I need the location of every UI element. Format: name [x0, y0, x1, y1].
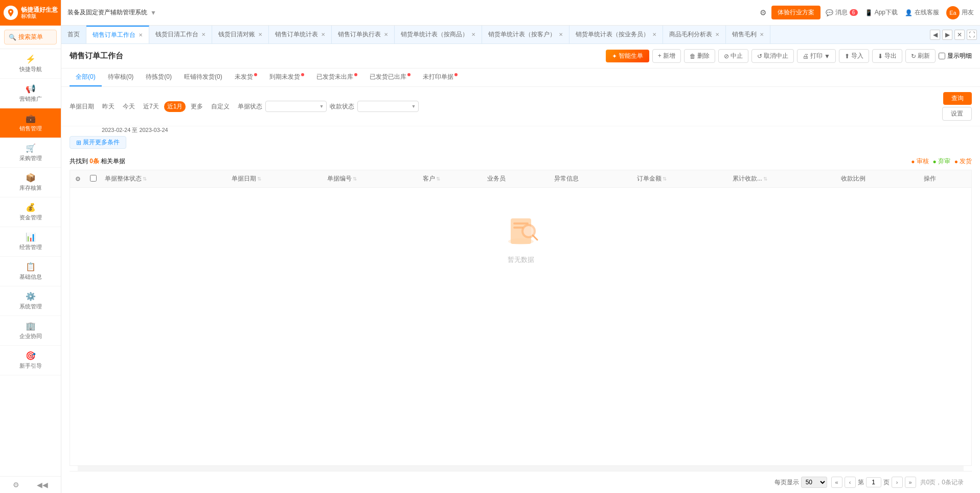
- tab-ship-stats-customer[interactable]: 销货单统计表（按客户） ✕: [482, 26, 569, 44]
- purchase-icon: 🛒: [26, 143, 36, 153]
- sidebar-item-inventory[interactable]: 📦 库存核算: [0, 168, 61, 197]
- tab-close-icon[interactable]: ✕: [760, 32, 764, 37]
- tab-close-icon[interactable]: ✕: [715, 32, 719, 37]
- horizontal-scrollbar[interactable]: [78, 466, 964, 471]
- sidebar-item-system[interactable]: ⚙️ 系统管理: [0, 286, 61, 316]
- date-btn-custom[interactable]: 自定义: [208, 101, 233, 112]
- tab-close-icon[interactable]: ✕: [384, 32, 388, 37]
- tab-sales-workbench[interactable]: 销售订单工作台 ✕: [86, 26, 149, 44]
- subtab-shipped-outbound[interactable]: 已发货已出库: [363, 69, 417, 86]
- new-button[interactable]: + 新增: [652, 49, 681, 63]
- tab-ship-stats-goods[interactable]: 销货单统计表（按商品） ✕: [395, 26, 482, 44]
- show-detail-checkbox[interactable]: [939, 53, 945, 59]
- tab-sales-margin[interactable]: 销售毛利 ✕: [726, 26, 770, 44]
- col-checkbox[interactable]: [85, 170, 101, 188]
- next-page-button[interactable]: ›: [892, 477, 903, 488]
- cancel-audit-action-button[interactable]: ● 弃审: [933, 157, 950, 166]
- tab-scroll-right-icon[interactable]: ▶: [942, 30, 952, 40]
- date-btn-today[interactable]: 今天: [120, 101, 138, 112]
- tab-cash-reconcile[interactable]: 钱货日清对账 ✕: [212, 26, 269, 44]
- sidebar-item-purchase[interactable]: 🛒 采购管理: [0, 138, 61, 168]
- sidebar-item-finance[interactable]: 💰 资金管理: [0, 197, 61, 227]
- subtab-unshipped[interactable]: 未发货: [229, 69, 263, 86]
- subtab-all[interactable]: 全部(0): [70, 69, 102, 86]
- sidebar-item-sales[interactable]: 💼 销售管理: [0, 108, 61, 138]
- svg-rect-3: [513, 227, 523, 229]
- date-btn-more[interactable]: 更多: [188, 101, 206, 112]
- expand-conditions-button[interactable]: ⊞ 展开更多条件: [70, 136, 126, 149]
- tab-scroll-left-icon[interactable]: ◀: [930, 30, 940, 40]
- export-button[interactable]: ⬇ 导出: [872, 49, 902, 63]
- payment-select[interactable]: [357, 101, 419, 112]
- tab-close-all-icon[interactable]: ✕: [954, 30, 965, 40]
- cancel-stop-button[interactable]: ↺ 取消中止: [751, 49, 794, 63]
- prev-page-button[interactable]: ‹: [845, 477, 856, 488]
- subtab-pending-pick[interactable]: 待拣货(0): [140, 69, 178, 86]
- select-all-checkbox[interactable]: [90, 175, 97, 182]
- sidebar-item-enterprise[interactable]: 🏢 企业协同: [0, 316, 61, 346]
- search-menu-button[interactable]: 🔍 搜索菜单: [4, 30, 57, 44]
- import-button[interactable]: ⬆ 导入: [839, 49, 869, 63]
- date-btn-7days[interactable]: 近7天: [140, 101, 162, 112]
- tab-fullscreen-icon[interactable]: ⛶: [967, 30, 977, 40]
- page-number-input[interactable]: [866, 477, 881, 487]
- print-dropdown-arrow: ▼: [824, 53, 830, 60]
- refresh-icon: ↻: [911, 53, 916, 60]
- tab-close-icon[interactable]: ✕: [559, 32, 563, 37]
- subtab-pending-review[interactable]: 待审核(0): [102, 69, 140, 86]
- first-page-button[interactable]: «: [831, 477, 842, 488]
- subtab-shop-pending-ship[interactable]: 旺铺待发货(0): [178, 69, 229, 86]
- tab-ship-stats-salesperson[interactable]: 销货单统计表（按业务员） ✕: [569, 26, 663, 44]
- date-btn-yesterday[interactable]: 昨天: [99, 101, 118, 112]
- data-table: ⚙ 单据整体状态⇅ 单据日期⇅ 单据编号⇅ 客户⇅ 业务员 异常信息 订单金额⇅…: [70, 170, 971, 188]
- tab-margin-analysis[interactable]: 商品毛利分析表 ✕: [663, 26, 726, 44]
- ai-generate-button[interactable]: ✦ 智能生单: [606, 50, 649, 62]
- message-button[interactable]: 💬 消息 6: [826, 8, 858, 17]
- marketing-icon: 📢: [26, 84, 36, 94]
- red-dot: [407, 73, 411, 76]
- tab-cash-daily[interactable]: 钱货日清工作台 ✕: [149, 26, 212, 44]
- status-select[interactable]: [265, 101, 327, 112]
- tab-close-icon[interactable]: ✕: [139, 32, 143, 38]
- print-button[interactable]: 🖨 打印 ▼: [797, 49, 836, 63]
- service-button[interactable]: 👤 在线客服: [905, 8, 939, 17]
- tab-close-icon[interactable]: ✕: [652, 32, 656, 37]
- page-size-select[interactable]: 20 50 100: [801, 477, 827, 488]
- col-settings[interactable]: ⚙: [70, 170, 85, 188]
- table-count: 共找到 0条 相关单据: [70, 157, 125, 166]
- tab-close-icon[interactable]: ✕: [471, 32, 475, 37]
- sidebar-item-quick-nav[interactable]: ⚡ 快捷导航: [0, 49, 61, 79]
- tab-home[interactable]: 首页: [61, 26, 86, 44]
- show-detail-checkbox-label[interactable]: 显示明细: [939, 52, 972, 60]
- subtab-overdue-unshipped[interactable]: 到期未发货: [263, 69, 310, 86]
- ship-action-button[interactable]: ● 发货: [954, 157, 972, 166]
- user-menu[interactable]: Ea 用友: [946, 6, 974, 19]
- finance-icon: 💰: [26, 203, 36, 212]
- last-page-button[interactable]: »: [905, 477, 916, 488]
- sidebar-item-marketing[interactable]: 📢 营销推广: [0, 79, 61, 108]
- collapse-icon[interactable]: ◀◀: [37, 481, 48, 489]
- tab-sales-stats[interactable]: 销售订单统计表 ✕: [269, 26, 332, 44]
- stop-button[interactable]: ⊘ 中止: [718, 49, 748, 63]
- topbar-settings-icon[interactable]: ⚙: [760, 8, 766, 17]
- tab-close-icon[interactable]: ✕: [201, 32, 206, 37]
- settings-gear-icon[interactable]: ⚙: [13, 481, 19, 489]
- delete-button[interactable]: 🗑 删除: [684, 49, 715, 63]
- tab-close-icon[interactable]: ✕: [321, 32, 325, 37]
- filter-bar: 单据日期 昨天 今天 近7天 近1月 更多 自定义 单据状态 收款状态: [61, 87, 980, 126]
- set-button[interactable]: 设置: [942, 107, 972, 121]
- tab-sales-exec[interactable]: 销售订单执行表 ✕: [332, 26, 395, 44]
- app-download-button[interactable]: 📱 App下载: [865, 8, 898, 17]
- sidebar-item-operation[interactable]: 📊 经营管理: [0, 227, 61, 257]
- experience-button[interactable]: 体验行业方案: [771, 6, 821, 19]
- tab-close-icon[interactable]: ✕: [258, 32, 262, 37]
- title-dropdown-arrow[interactable]: ▼: [150, 9, 156, 16]
- query-button[interactable]: 查询: [943, 92, 972, 105]
- subtab-shipped-not-outbound[interactable]: 已发货未出库: [310, 69, 363, 86]
- sidebar-item-basic[interactable]: 📋 基础信息: [0, 257, 61, 286]
- subtab-unprinted[interactable]: 未打印单据: [417, 69, 464, 86]
- sidebar-item-guide[interactable]: 🎯 新手引导: [0, 346, 61, 375]
- date-btn-1month[interactable]: 近1月: [164, 101, 186, 112]
- refresh-button[interactable]: ↻ 刷新: [905, 49, 936, 63]
- audit-action-button[interactable]: ● 审核: [911, 157, 928, 166]
